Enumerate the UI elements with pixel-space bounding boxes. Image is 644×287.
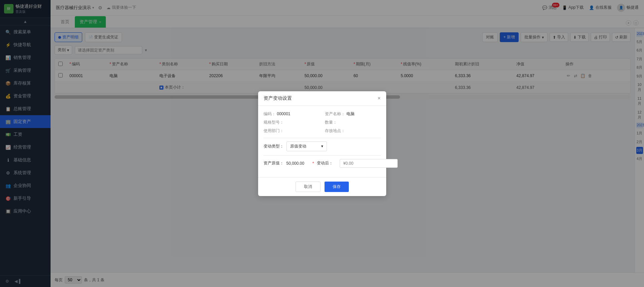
modal-change-type-value: 原值变动	[290, 144, 306, 149]
modal-change-type-arrow-icon: ▾	[321, 144, 323, 149]
modal-divider-2	[264, 155, 381, 156]
modal-original-value-field: 资产原值： 50,000.00 * 变动后：	[264, 159, 381, 168]
modal-original-value-value: 50,000.00	[286, 161, 304, 166]
modal-location-label: 存放地点：	[325, 128, 345, 134]
modal-divider-1	[264, 138, 381, 138]
modal-change-type-label: 变动类型：	[264, 144, 284, 149]
modal-after-label: 变动后：	[317, 160, 337, 166]
modal-header: 资产变动设置 ×	[258, 91, 386, 106]
modal-name-label: 资产名称：	[325, 111, 345, 117]
modal-after-input[interactable]	[340, 159, 398, 168]
modal-dept-item: 使用部门：	[264, 128, 319, 134]
modal-overlay: 资产变动设置 × 编码： 000001 资产名称： 电脑 规格型号： 数量：	[0, 0, 644, 287]
modal-spec-label: 规格型号：	[264, 120, 284, 125]
modal-name-value: 电脑	[346, 111, 355, 117]
modal-quantity-item: 数量：	[325, 120, 381, 125]
modal-close-btn[interactable]: ×	[377, 95, 380, 101]
asset-change-modal: 资产变动设置 × 编码： 000001 资产名称： 电脑 规格型号： 数量：	[258, 91, 386, 196]
modal-footer: 取消 保存	[258, 177, 386, 196]
modal-change-type-field: 变动类型： 原值变动 ▾	[264, 141, 381, 151]
save-button[interactable]: 保存	[325, 182, 349, 192]
modal-info-grid: 编码： 000001 资产名称： 电脑 规格型号： 数量： 使用部门：	[264, 111, 381, 134]
modal-spec-item: 规格型号：	[264, 120, 319, 125]
modal-location-item: 存放地点：	[325, 128, 381, 134]
modal-code-value: 000001	[277, 111, 290, 116]
modal-name-item: 资产名称： 电脑	[325, 111, 381, 117]
modal-code-label: 编码：	[264, 111, 276, 117]
modal-dept-label: 使用部门：	[264, 128, 284, 134]
modal-after-required: *	[312, 161, 314, 166]
modal-original-value-label: 资产原值：	[264, 160, 284, 166]
modal-change-type-select[interactable]: 原值变动 ▾	[286, 141, 327, 151]
cancel-button[interactable]: 取消	[296, 182, 320, 192]
modal-title: 资产变动设置	[264, 95, 292, 101]
modal-code-item: 编码： 000001	[264, 111, 319, 117]
modal-quantity-label: 数量：	[325, 120, 337, 125]
modal-body: 编码： 000001 资产名称： 电脑 规格型号： 数量： 使用部门：	[258, 106, 386, 177]
